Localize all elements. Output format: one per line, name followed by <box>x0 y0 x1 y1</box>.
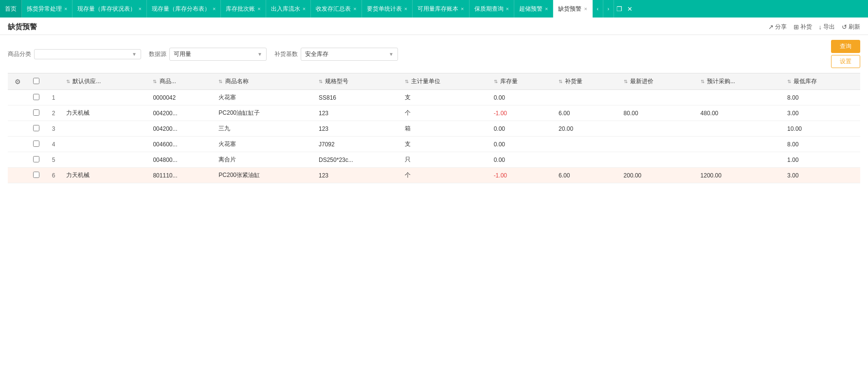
replenish-base-dropdown-icon: ▼ <box>389 52 394 57</box>
col-spec-header[interactable]: ⇅ 规格型号 <box>315 73 401 90</box>
col-supplier-header[interactable]: ⇅ 默认供应... <box>62 73 149 90</box>
row-stock: 0.00 <box>490 90 555 106</box>
row-product-code: 004600... <box>149 137 215 152</box>
table-container: ⚙ ⇅ 默认供应... ⇅ 商品... ⇅ <box>0 73 868 183</box>
table-body: 1 0000042 火花塞 SS816 支 0.00 8.00 2 力天机械 0… <box>8 90 860 183</box>
row-check[interactable] <box>27 152 45 168</box>
col-min-stock-header[interactable]: ⇅ 最低库存 <box>783 73 860 90</box>
main-content: 缺货预警 ↗ 分享 ⊞ 补货 ↓ 导出 ↺ 刷新 商品分类 <box>0 18 868 387</box>
tab-batch-account[interactable]: 库存批次账 × <box>221 0 266 18</box>
row-spec: 123 <box>315 168 401 183</box>
tab-close-batch-account[interactable]: × <box>257 6 260 12</box>
row-check[interactable] <box>27 121 45 137</box>
row-stock: -1.00 <box>490 168 555 183</box>
tab-home[interactable]: 首页 <box>0 0 22 18</box>
tab-close-abnormal[interactable]: × <box>64 6 67 12</box>
row-checkbox[interactable] <box>33 141 39 147</box>
row-checkbox[interactable] <box>33 125 39 131</box>
tab-close-btn[interactable]: ✕ <box>625 0 635 18</box>
col-product-code-header[interactable]: ⇅ 商品... <box>149 73 215 90</box>
col-gear-header[interactable]: ⚙ <box>8 73 27 90</box>
row-num: 2 <box>45 106 62 121</box>
tab-next-btn[interactable]: › <box>603 0 614 18</box>
col-replenish-header[interactable]: ⇅ 补货量 <box>555 73 619 90</box>
select-all-checkbox[interactable] <box>33 78 39 84</box>
export-action[interactable]: ↓ 导出 <box>819 23 835 31</box>
tab-shortage[interactable]: 缺货预警 × <box>553 0 592 18</box>
row-checkbox[interactable] <box>33 94 39 100</box>
tab-recv-summary[interactable]: 收发存汇总表 × <box>311 0 362 18</box>
tab-close-stock-status[interactable]: × <box>138 6 141 12</box>
row-stock: 0.00 <box>490 137 555 152</box>
row-checkbox[interactable] <box>33 156 39 162</box>
tab-prev-btn[interactable]: ‹ <box>593 0 603 18</box>
tab-close-shortage[interactable]: × <box>584 6 587 12</box>
header-actions: ↗ 分享 ⊞ 补货 ↓ 导出 ↺ 刷新 <box>768 23 861 31</box>
row-min-stock: 1.00 <box>783 152 860 168</box>
row-check[interactable] <box>27 90 45 106</box>
tab-available-ledger[interactable]: 可用量库存账本 × <box>413 0 469 18</box>
row-product-name: 火花塞 <box>215 137 315 152</box>
tab-inout-flow[interactable]: 出入库流水 × <box>266 0 311 18</box>
row-check[interactable] <box>27 106 45 121</box>
tab-overstock[interactable]: 超储预警 × <box>514 0 553 18</box>
tab-stock-dist[interactable]: 现存量（库存分布表） × <box>147 0 221 18</box>
col-check-header[interactable] <box>27 73 45 90</box>
row-unit: 支 <box>401 90 489 106</box>
page-header: 缺货预警 ↗ 分享 ⊞ 补货 ↓ 导出 ↺ 刷新 <box>0 18 868 35</box>
replenish-base-select[interactable]: 安全库存 ▼ <box>301 48 398 61</box>
col-stock-header[interactable]: ⇅ 库存量 <box>490 73 555 90</box>
row-check[interactable] <box>27 168 45 183</box>
row-checkbox[interactable] <box>33 109 39 116</box>
row-checkbox[interactable] <box>33 172 39 178</box>
export-icon: ↓ <box>819 23 822 31</box>
col-product-name-header[interactable]: ⇅ 商品名称 <box>215 73 315 90</box>
row-product-code: 0000042 <box>149 90 215 106</box>
replenish-action[interactable]: ⊞ 补货 <box>794 23 812 31</box>
row-num: 5 <box>45 152 62 168</box>
row-stock: 0.00 <box>490 121 555 137</box>
col-latest-price-header[interactable]: ⇅ 最新进价 <box>620 73 697 90</box>
category-select[interactable]: ▼ <box>34 49 141 59</box>
row-est-purchase <box>697 121 783 137</box>
row-check[interactable] <box>27 137 45 152</box>
col-est-purchase-header[interactable]: ⇅ 预计采购... <box>697 73 783 90</box>
tab-stock-status[interactable]: 现存量（库存状况表） × <box>72 0 146 18</box>
tab-restore-btn[interactable]: ❐ <box>614 0 625 18</box>
settings-button[interactable]: 设置 <box>831 55 860 68</box>
share-action[interactable]: ↗ 分享 <box>768 23 787 31</box>
tab-abnormal[interactable]: 拣货异常处理 × <box>22 0 72 18</box>
tab-close-stock-dist[interactable]: × <box>213 6 216 12</box>
row-latest-price <box>620 152 697 168</box>
row-latest-price <box>620 121 697 137</box>
tab-close-available-ledger[interactable]: × <box>461 6 464 12</box>
query-button[interactable]: 查询 <box>831 40 860 53</box>
tab-close-expiry[interactable]: × <box>506 6 509 12</box>
gear-settings-icon[interactable]: ⚙ <box>15 78 21 86</box>
datasource-filter-group: 数据源 可用量 ▼ <box>149 48 267 61</box>
row-unit: 支 <box>401 137 489 152</box>
table-row: 1 0000042 火花塞 SS816 支 0.00 8.00 <box>8 90 860 106</box>
tab-close-recv-summary[interactable]: × <box>353 6 356 12</box>
tab-close-requisition[interactable]: × <box>404 6 407 12</box>
tab-close-inout-flow[interactable]: × <box>303 6 306 12</box>
unit-sort-icon: ⇅ <box>405 79 409 84</box>
row-latest-price: 80.00 <box>620 106 697 121</box>
replenish-base-value: 安全库存 <box>305 50 328 58</box>
refresh-action[interactable]: ↺ 刷新 <box>842 23 860 31</box>
col-num-header <box>45 73 62 90</box>
datasource-select[interactable]: 可用量 ▼ <box>169 48 267 61</box>
col-unit-header[interactable]: ⇅ 主计量单位 <box>401 73 489 90</box>
row-est-purchase: 480.00 <box>697 106 783 121</box>
row-supplier: 力天机械 <box>62 106 149 121</box>
tab-close-overstock[interactable]: × <box>545 6 548 12</box>
tab-requisition[interactable]: 要货单统计表 × <box>362 0 413 18</box>
row-product-code: 801110... <box>149 168 215 183</box>
row-num: 1 <box>45 90 62 106</box>
row-num: 3 <box>45 121 62 137</box>
row-min-stock: 8.00 <box>783 137 860 152</box>
tab-expiry[interactable]: 保质期查询 × <box>470 0 514 18</box>
row-supplier <box>62 137 149 152</box>
row-stock: 0.00 <box>490 152 555 168</box>
row-product-name: 离合片 <box>215 152 315 168</box>
